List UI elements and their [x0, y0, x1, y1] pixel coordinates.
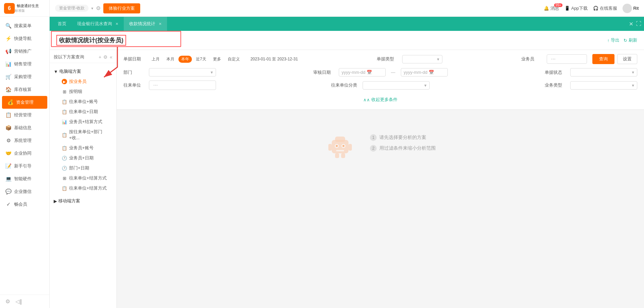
sidebar-item-corp[interactable]: 🤝 企业协同	[0, 147, 49, 160]
scheme-by-detail[interactable]: ⊞ 按明细	[58, 87, 116, 97]
audit-start-placeholder: yyyy-mm-dd	[342, 70, 366, 75]
filter-row-3: 往来单位 ··· 往来单位分类 ▾ 业务类型 ▾	[123, 81, 637, 90]
scheme-by-salesperson[interactable]: ▶ 按业务员	[58, 76, 116, 87]
calendar-end-icon[interactable]: 📅	[429, 70, 434, 75]
scheme-partner-dept[interactable]: 📋 按往来单位+部门+收...	[58, 127, 116, 143]
collapse-up-icon: ∧∧	[363, 97, 370, 102]
settings-bottom-icon[interactable]: ⚙	[5, 298, 10, 305]
scheme-salesperson-account[interactable]: 📋 业务员+账号	[58, 143, 116, 153]
online-service-button[interactable]: 🎧 在线客服	[593, 5, 617, 11]
close-window-icon[interactable]: ✕	[629, 21, 633, 27]
sidebar-item-inventory[interactable]: 🏠 库存核算	[0, 83, 49, 96]
empty-state: 1 请先选择要分析的方案 2 用过滤条件来缩小分析范围	[117, 110, 644, 180]
sidebar-item-member[interactable]: ✓ 畅会员	[0, 198, 49, 211]
doc-type-select[interactable]: ▾	[402, 55, 442, 63]
header-right: 🔔 消息 99+ 📱 App下载 🎧 在线客服 Rit	[544, 4, 639, 13]
biz-type-select[interactable]: ▾	[570, 81, 637, 90]
desktop-items: ▶ 按业务员 ⊞ 按明细 📋 往来单位+账号 📋 往来单位+日期	[50, 76, 116, 193]
salesperson-account-icon: 📋	[62, 145, 67, 151]
empty-step-2: 2 用过滤条件来缩小分析范围	[370, 145, 436, 152]
trial-button[interactable]: 体验行业方案	[103, 3, 140, 13]
audit-end-input[interactable]: yyyy-mm-dd 📅	[401, 68, 448, 76]
salesperson-label: 业务员	[521, 56, 541, 62]
collapse-sidebar-icon[interactable]: ◁‖	[15, 298, 22, 305]
scheme-partner-date[interactable]: 📋 往来单位+日期	[58, 107, 116, 117]
sidebar-item-marketing[interactable]: 📢 营销推广	[0, 45, 49, 58]
add-scheme-icon[interactable]: +	[99, 54, 101, 60]
date-tab-thisyear[interactable]: 本年	[178, 56, 192, 63]
partner-category-select[interactable]: ▾	[363, 81, 430, 90]
dept-date-icon: 🕐	[62, 165, 67, 171]
app-download-button[interactable]: 📱 App下载	[565, 5, 588, 11]
svg-rect-6	[336, 150, 344, 151]
scheme-partner-account[interactable]: 📋 往来单位+账号	[58, 97, 116, 107]
partner-settle1-icon: ⊞	[62, 175, 67, 181]
scheme-dept-date-label: 部门+日期	[69, 165, 89, 171]
app-download-label: App下载	[571, 5, 588, 11]
partner-select[interactable]: ···	[149, 81, 216, 90]
partner-account-icon: 📋	[62, 99, 67, 104]
breadcrumb-chevron-icon[interactable]: ▾	[91, 6, 93, 11]
scheme-partner-settle1[interactable]: ⊞ 往来单位+结算方式	[58, 173, 116, 183]
user-name: Rit	[633, 6, 639, 11]
desktop-section-header[interactable]: ▼ 电脑端方案	[50, 66, 116, 76]
sidebar-item-wechat[interactable]: 💬 企业微信	[0, 185, 49, 198]
doc-status-select[interactable]: ▾	[570, 68, 637, 76]
date-tab-custom[interactable]: 自定义	[225, 56, 243, 63]
empty-robot-image	[325, 130, 355, 160]
sidebar-item-hardware[interactable]: 💻 智能硬件	[0, 172, 49, 185]
scheme-salesperson-label: 按业务员	[69, 79, 87, 85]
collapse-bar[interactable]: ∧∧ 收起更多条件	[123, 94, 637, 105]
date-tab-more[interactable]: 更多	[210, 56, 224, 63]
calendar-start-icon[interactable]: 📅	[367, 70, 372, 75]
salesperson-more-icon[interactable]: ···	[551, 56, 555, 62]
sidebar-item-guide[interactable]: 📝 新手引导	[0, 160, 49, 172]
user-avatar[interactable]: Rit	[623, 4, 639, 13]
sidebar-item-business[interactable]: 📋 经营管理	[0, 109, 49, 121]
header-gear-icon[interactable]: ⚙	[96, 5, 101, 11]
maximize-window-icon[interactable]: ⛶	[636, 21, 641, 27]
tab-cashflow[interactable]: 现金银行流水查询 ✕	[72, 17, 124, 31]
sidebar-item-system[interactable]: ⚙ 系统管理	[0, 134, 49, 147]
marketing-icon: 📢	[5, 48, 11, 54]
svg-rect-10	[341, 153, 345, 158]
salesperson-select[interactable]: ···	[547, 54, 587, 64]
tab-home[interactable]: 首页	[52, 17, 72, 31]
active-indicator: ▶	[62, 79, 67, 84]
mobile-section-header[interactable]: ▶ 移动端方案	[50, 196, 116, 206]
cashflow-tab-close-icon[interactable]: ✕	[115, 22, 118, 26]
sidebar-item-sales[interactable]: 📊 销售管理	[0, 58, 49, 70]
sidebar-item-quicknav[interactable]: ⚡ 快捷导航	[0, 32, 49, 45]
date-tab-thismonth[interactable]: 本月	[164, 56, 177, 63]
sidebar-item-finance[interactable]: 💰 资金管理	[2, 96, 47, 109]
query-button[interactable]: 查询	[592, 54, 614, 64]
receipts-tab-close-icon[interactable]: ✕	[159, 22, 162, 26]
collapse-panel-icon[interactable]: «	[110, 54, 112, 60]
scheme-salesperson-date[interactable]: 🕐 业务员+日期	[58, 153, 116, 163]
left-panel: 按以下方案查询 + ⚙ « ▼ 电脑端方案 ▶ 按业务员	[50, 50, 117, 308]
partner-label: 往来单位	[123, 82, 144, 88]
dept-select[interactable]: ▾	[149, 68, 216, 76]
messages-button[interactable]: 🔔 消息 99+	[544, 5, 559, 11]
headset-icon: 🎧	[593, 6, 598, 11]
scheme-partner-settle2[interactable]: 📋 往来单位+结算方式	[58, 183, 116, 193]
date-tab-lastmonth[interactable]: 上月	[149, 56, 162, 63]
export-button[interactable]: ↑ 导出	[607, 37, 620, 43]
refresh-button[interactable]: ↻ 刷新	[624, 37, 637, 43]
scheme-dept-date[interactable]: 🕐 部门+日期	[58, 163, 116, 173]
sidebar-item-search[interactable]: 🔍 搜索菜单	[0, 19, 49, 32]
svg-rect-8	[348, 144, 352, 151]
partner-dept-icon: 📋	[62, 132, 67, 138]
sidebar-item-purchase[interactable]: 🛒 采购管理	[0, 70, 49, 83]
audit-start-input[interactable]: yyyy-mm-dd 📅	[339, 68, 386, 76]
sidebar: 6 畅捷通好生意 标准版 🔍 搜索菜单 ⚡ 快捷导航 📢 营销推广 📊 销售管理…	[0, 0, 50, 308]
date-tab-7days[interactable]: 近7天	[193, 56, 209, 63]
settings-button[interactable]: 设置	[617, 54, 637, 64]
scheme-salesperson-settle[interactable]: 📊 业务员+结算方式	[58, 117, 116, 127]
empty-steps: 1 请先选择要分析的方案 2 用过滤条件来缩小分析范围	[370, 134, 436, 156]
tab-receipts[interactable]: 收款情况统计 ✕	[124, 17, 167, 31]
sidebar-item-basic[interactable]: 📦 基础信息	[0, 121, 49, 134]
setting-scheme-icon[interactable]: ⚙	[103, 54, 108, 60]
partner-more-icon[interactable]: ···	[153, 82, 158, 88]
bell-icon: 🔔	[544, 6, 549, 11]
